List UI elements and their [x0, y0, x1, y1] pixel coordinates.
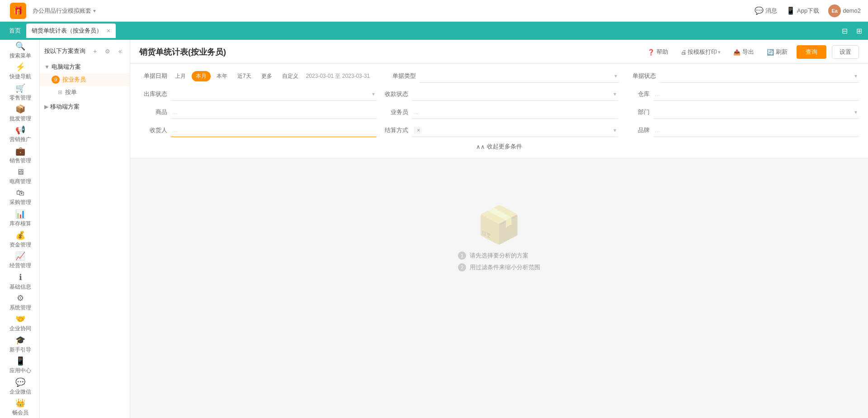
collapse-icon: ∧∧ — [476, 143, 485, 150]
receipt-status-arrow: ▾ — [613, 91, 616, 97]
sidebar-item-system-mgmt[interactable]: ⚙ 系统管理 — [0, 292, 39, 313]
brand-input[interactable]: ... — [653, 124, 859, 137]
sidebar-item-business-mgmt[interactable]: 📈 经营管理 — [0, 250, 39, 271]
mobile-scheme-label: 移动端方案 — [50, 103, 80, 111]
tab-sales-stats[interactable]: 销货单统计表（按业务员） × — [26, 24, 116, 38]
sidebar-item-beginner-guide[interactable]: 🎓 新手引导 — [0, 334, 39, 355]
sidebar-item-search-menu[interactable]: 🔍 搜索菜单 — [0, 40, 39, 61]
sidebar-item-purchase-mgmt[interactable]: 🛍 采购管理 — [0, 187, 39, 208]
message-icon: 💬 — [755, 6, 764, 15]
sidebar-item-retail-mgmt[interactable]: 🛒 零售管理 — [0, 82, 39, 103]
message-action[interactable]: 💬 消息 — [755, 6, 777, 15]
left-panel-icons: + ⚙ « — [90, 46, 125, 56]
department-label: 部门 — [622, 108, 653, 116]
tab-home-label: 首页 — [9, 27, 21, 35]
sidebar-item-enterprise-wechat[interactable]: 💬 企业微信 — [0, 376, 39, 397]
goods-value: ... — [173, 109, 178, 115]
message-label: 消息 — [765, 7, 777, 15]
brand-icon: 🎁 — [10, 3, 26, 19]
settings-button[interactable]: 设置 — [832, 45, 859, 59]
business-mgmt-label: 经营管理 — [9, 262, 31, 270]
scheme-by-salesperson-label: 按业务员 — [62, 76, 86, 84]
app-download-action[interactable]: 📱 App下载 — [786, 6, 819, 15]
page-header: 销货单统计表(按业务员) ❓ 帮助 🖨 按模板打印 ▾ 📤 导出 — [130, 40, 868, 64]
sidebar-item-vip-member[interactable]: 👑 畅会员 — [0, 397, 39, 418]
tab-close-icon[interactable]: × — [107, 27, 110, 34]
department-input[interactable]: ▾ — [653, 105, 859, 119]
refresh-button[interactable]: 🔄 刷新 — [763, 46, 791, 58]
settlement-tag: × — [414, 127, 422, 134]
help-icon: ❓ — [647, 49, 655, 56]
date-btn-this-year[interactable]: 本年 — [212, 71, 231, 81]
tip-number-1: 1 — [458, 252, 466, 260]
date-btn-last-7days[interactable]: 近7天 — [233, 71, 255, 81]
sidebar-item-marketing[interactable]: 📢 营销推广 — [0, 124, 39, 145]
tab-home[interactable]: 首页 — [4, 24, 26, 38]
app-title[interactable]: 办公用品行业模拟账套 ▾ — [33, 7, 96, 15]
desktop-scheme-header[interactable]: ▼ 电脑端方案 — [40, 61, 130, 73]
sidebar-item-ecommerce-mgmt[interactable]: 🖥 电商管理 — [0, 166, 39, 187]
empty-tip-2: 2 用过滤条件来缩小分析范围 — [458, 263, 540, 271]
out-status-input[interactable]: ▾ — [171, 87, 377, 101]
date-btn-this-month[interactable]: 本月 — [192, 71, 211, 81]
sidebar-item-enterprise-coop[interactable]: 🤝 企业协同 — [0, 313, 39, 334]
sidebar-item-app-center[interactable]: 📱 应用中心 — [0, 355, 39, 376]
top-bar-left: 🎁 办公用品行业模拟账套 ▾ — [7, 2, 96, 20]
goods-input[interactable]: ... — [171, 105, 377, 119]
settings-scheme-button[interactable]: ⚙ — [103, 46, 113, 56]
app-download-icon: 📱 — [786, 6, 795, 15]
doc-status-label: 单据状态 — [628, 72, 660, 80]
enterprise-coop-label: 企业协同 — [9, 325, 31, 332]
add-scheme-button[interactable]: + — [90, 46, 100, 56]
finance-mgmt-label: 资金管理 — [9, 241, 31, 249]
warehouse-value: ... — [655, 90, 660, 97]
doc-status-input[interactable]: ▾ — [660, 69, 859, 83]
collapse-bar[interactable]: ∧∧ 收起更多条件 — [139, 141, 859, 152]
date-btn-last-month[interactable]: 上月 — [171, 71, 190, 81]
app-center-label: 应用中心 — [9, 367, 31, 375]
finance-mgmt-icon: 💰 — [15, 230, 25, 240]
settlement-input[interactable]: × ▾ — [412, 124, 618, 137]
sidebar-item-finance-mgmt[interactable]: 💰 资金管理 — [0, 229, 39, 250]
receiver-cell: 收货人 ... — [139, 124, 377, 137]
receiver-input[interactable]: ... — [171, 124, 377, 137]
sidebar-item-quick-nav[interactable]: ⚡ 快捷导航 — [0, 61, 39, 81]
sidebar-item-basic-info[interactable]: ℹ 基础信息 — [0, 271, 39, 292]
export-icon: 📤 — [733, 49, 741, 56]
department-cell: 部门 ▾ — [622, 105, 859, 119]
scheme-sub-item-by-order[interactable]: ⊞ 按单 — [40, 86, 130, 99]
left-panel-title: 按以下方案查询 — [44, 47, 85, 55]
collapse-label: 收起更多条件 — [487, 142, 522, 151]
desktop-scheme-label: 电脑端方案 — [52, 63, 81, 71]
department-arrow: ▾ — [854, 109, 857, 115]
date-btn-more[interactable]: 更多 — [257, 71, 276, 81]
date-btn-custom[interactable]: 自定义 — [278, 71, 302, 81]
goods-label: 商品 — [139, 108, 171, 116]
tab-minimize-icon[interactable]: ⊟ — [839, 25, 850, 36]
by-order-icon: ⊞ — [58, 89, 62, 95]
settlement-tag-close[interactable]: × — [417, 127, 420, 133]
user-profile[interactable]: Ea demo2 — [828, 5, 861, 17]
sidebar-item-wholesale-mgmt[interactable]: 📦 批发管理 — [0, 103, 39, 124]
tab-maximize-icon[interactable]: ⊞ — [854, 25, 864, 36]
doc-type-input[interactable]: ▾ — [420, 69, 619, 83]
export-button[interactable]: 📤 导出 — [730, 46, 758, 58]
template-print-button[interactable]: 🖨 按模板打印 ▾ — [677, 46, 724, 58]
salesperson-label: 业务员 — [380, 108, 412, 116]
filter-row3: 商品 ... 业务员 ... 部门 — [139, 105, 859, 119]
system-mgmt-label: 系统管理 — [9, 304, 31, 312]
vip-member-icon: 👑 — [15, 398, 25, 408]
warehouse-input[interactable]: ... — [653, 87, 859, 101]
receipt-status-input[interactable]: ▾ — [412, 87, 618, 101]
help-button[interactable]: ❓ 帮助 — [644, 46, 672, 58]
scheme-item-by-salesperson[interactable]: 业 按业务员 — [40, 73, 130, 86]
salesperson-input[interactable]: ... — [412, 105, 618, 119]
sidebar-item-sales-mgmt[interactable]: 💼 销售管理 — [0, 145, 39, 166]
avatar: Ea — [828, 5, 841, 17]
sidebar-item-inventory-calc[interactable]: 📊 库存核算 — [0, 208, 39, 229]
query-button[interactable]: 查询 — [797, 45, 826, 59]
collapse-panel-button[interactable]: « — [115, 46, 125, 56]
ecommerce-mgmt-icon: 🖥 — [16, 167, 24, 177]
mobile-scheme-header[interactable]: ▶ 移动端方案 — [40, 100, 130, 113]
out-status-arrow: ▾ — [372, 91, 375, 97]
